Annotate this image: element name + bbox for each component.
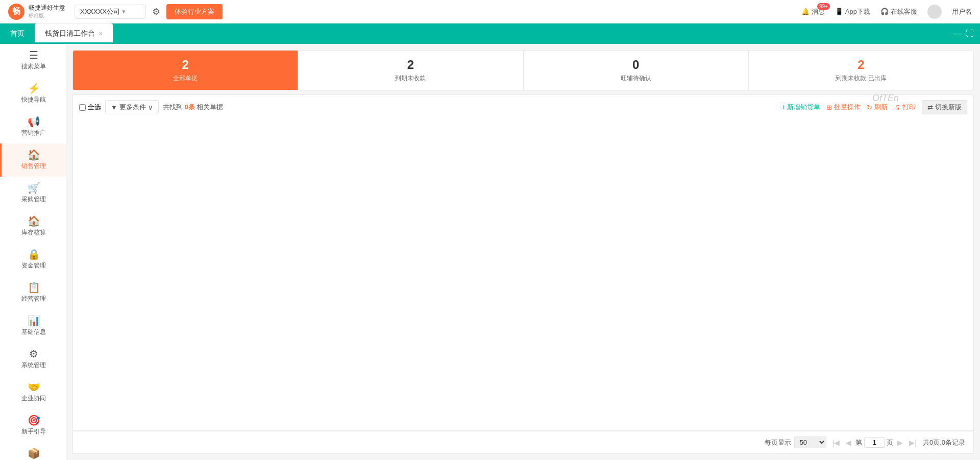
stats-cards: 2 全部单据 2 到期未收款 0 旺辅待确认 2 到期未收款 已出库 [72,50,974,90]
notifications-item[interactable]: 🔔 消息 99+ [801,7,825,16]
switch-icon: ⇄ [927,104,933,111]
sidebar-item-basic-info[interactable]: 📊 基础信息 [0,309,66,343]
tab-active[interactable]: 钱货日清工作台 × [35,23,113,44]
sales-icon: 🏠 [28,150,40,160]
prev-page-button[interactable]: ◀ [844,439,853,447]
settings-icon[interactable]: ⚙ [152,6,160,17]
sidebar-item-quick-nav[interactable]: ⚡ 快捷导航 [0,77,66,110]
switch-label: 切换新版 [935,103,962,112]
found-count: 0条 [185,103,195,111]
sidebar-item-guide[interactable]: 🎯 新手引导 [0,409,66,442]
sidebar-item-finance[interactable]: 🔒 资金管理 [0,243,66,276]
sidebar-label-enterprise: 企业协同 [21,394,46,403]
stat-number-all: 2 [182,58,188,72]
per-page-select[interactable]: 50 [794,437,826,448]
stat-label-pending: 旺辅待确认 [621,74,651,83]
toolbar: 全选 ▼ 更多条件 ∨ 共找到 0条 相关单据 + 新增销货单 ⊞ 批量操作 [72,94,974,119]
filter-chevron-icon: ∨ [148,104,153,111]
found-text: 共找到 0条 相关单据 [163,103,223,112]
found-prefix: 共找到 [163,103,183,111]
system-icon: ⚙ [29,349,38,359]
tab-active-label: 钱货日清工作台 [45,29,95,38]
tab-home[interactable]: 首页 [0,23,35,44]
inventory-icon: 🏠 [28,216,40,226]
sidebar-label-sales: 销售管理 [21,162,46,171]
headset-icon: 🎧 [880,8,889,15]
download-icon: 📱 [835,8,843,15]
logo-area: 畅 畅捷通好生意 标准版 [8,4,75,20]
avatar[interactable] [927,5,942,19]
filter-label: 更多条件 [119,103,146,112]
last-page-button[interactable]: ▶| [907,439,919,447]
sidebar-item-operations[interactable]: 📋 经营管理 [0,276,66,309]
sidebar-label-search-menu: 搜索菜单 [21,62,46,71]
select-all-checkbox[interactable]: 全选 [79,103,101,112]
print-button[interactable]: 🖨 打印 [894,103,916,112]
sidebar-item-app-center[interactable]: 📦 应用中心 [0,442,66,460]
filter-button[interactable]: ▼ 更多条件 ∨ [105,100,159,114]
pagination-bar: 每页显示 50 |◀ ◀ 第 页 ▶ ▶| 共0页,0条记录 [72,431,974,454]
tab-maximize-icon[interactable]: ⛶ [966,29,974,38]
sidebar-label-quick-nav: 快捷导航 [21,95,46,104]
tab-close-icon[interactable]: × [99,30,103,37]
sidebar-item-enterprise[interactable]: 🤝 企业协同 [0,376,66,409]
filter-icon: ▼ [111,104,117,111]
tab-minimize-icon[interactable]: — [953,29,962,38]
online-service-item[interactable]: 🎧 在线客服 [880,7,917,16]
company-dropdown-arrow: ▾ [122,8,126,15]
stat-card-overdue[interactable]: 2 到期未收款 [298,51,523,90]
page-label2: 页 [887,438,893,447]
stat-number-overdue: 2 [407,58,414,72]
refresh-button[interactable]: ↻ 刷新 [867,103,888,112]
page-label: 第 [855,438,862,447]
print-icon: 🖨 [894,104,900,111]
logo-line1: 畅捷通好生意 [29,4,65,12]
select-all-input[interactable] [79,104,86,111]
stat-card-all[interactable]: 2 全部单据 [73,51,298,90]
page-input[interactable] [864,437,885,448]
sidebar-label-basic-info: 基础信息 [21,328,46,336]
page-nav: |◀ ◀ 第 页 ▶ ▶| [830,437,919,448]
sidebar-item-marketing[interactable]: 📢 营销推广 [0,110,66,143]
sidebar-item-system[interactable]: ⚙ 系统管理 [0,343,66,376]
logo-icon: 畅 [8,4,24,20]
sidebar-item-purchase[interactable]: 🛒 采购管理 [0,177,66,210]
main-layout: ☰ 搜索菜单 ⚡ 快捷导航 📢 营销推广 🏠 销售管理 🛒 采购管理 🏠 库存核… [0,44,980,460]
trial-button[interactable]: 体验行业方案 [166,4,223,19]
stat-number-pending: 0 [632,58,639,72]
total-info: 共0页,0条记录 [923,438,965,447]
switch-version-button[interactable]: ⇄ 切换新版 [922,100,967,114]
stat-card-overdue-shipped[interactable]: 2 到期未收款 已出库 [749,51,973,90]
app-center-icon: 📦 [28,448,40,458]
nav-tabs: 首页 钱货日清工作台 × — ⛶ [0,23,980,44]
sidebar-item-search-menu[interactable]: ☰ 搜索菜单 [0,44,66,77]
sidebar-item-inventory[interactable]: 🏠 库存核算 [0,210,66,243]
search-menu-icon: ☰ [29,50,38,60]
sidebar-item-sales[interactable]: 🏠 销售管理 [0,143,66,177]
quick-nav-icon: ⚡ [28,83,40,93]
bell-icon: 🔔 [801,8,810,15]
stat-card-pending[interactable]: 0 旺辅待确认 [524,51,749,90]
logo-text: 畅捷通好生意 标准版 [29,4,65,19]
company-selector[interactable]: XXXXXX公司 ▾ [75,5,146,19]
found-suffix: 相关单据 [197,103,223,111]
refresh-label: 刷新 [874,103,888,112]
toolbar-left: 全选 ▼ 更多条件 ∨ 共找到 0条 相关单据 [79,100,223,114]
marketing-icon: 📢 [28,116,40,127]
add-sale-button[interactable]: + 新增销货单 [781,103,820,112]
finance-icon: 🔒 [28,249,40,259]
next-page-button[interactable]: ▶ [895,439,905,447]
first-page-button[interactable]: |◀ [830,439,842,447]
stat-label-overdue-shipped: 到期未收款 已出库 [836,74,886,83]
top-right-area: 🔔 消息 99+ 📱 App下载 🎧 在线客服 用户名 [801,5,972,19]
online-service-label: 在线客服 [891,7,917,16]
username: 用户名 [952,7,972,16]
select-all-label: 全选 [88,103,101,112]
purchase-icon: 🛒 [28,183,40,193]
app-download-item[interactable]: 📱 App下载 [835,7,870,16]
batch-operation-button[interactable]: ⊞ 批量操作 [826,103,861,112]
print-label: 打印 [902,103,916,112]
nav-tabs-right: — ⛶ [953,29,980,38]
sidebar-label-guide: 新手引导 [21,427,46,436]
basic-info-icon: 📊 [28,316,40,326]
